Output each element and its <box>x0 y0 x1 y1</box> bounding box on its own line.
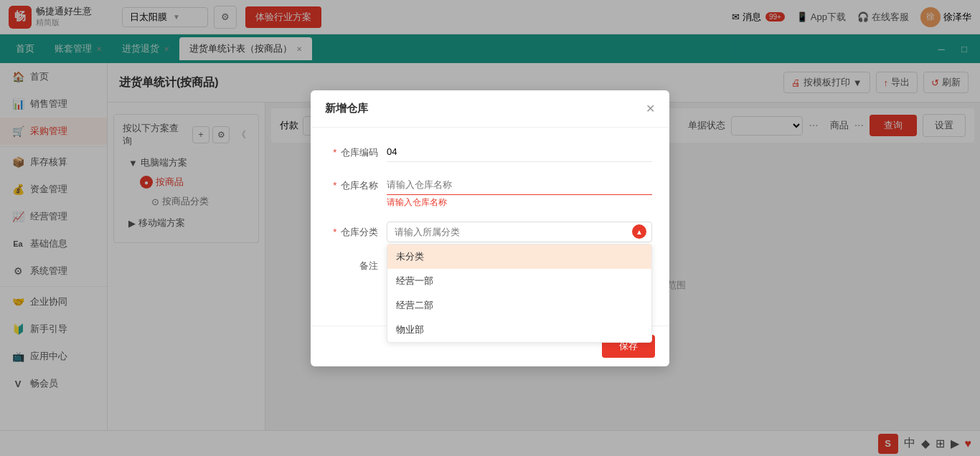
name-input-wrapper: 请输入仓库名称 <box>387 175 652 209</box>
name-input[interactable] <box>387 175 652 195</box>
modal-title: 新增仓库 <box>325 102 368 115</box>
category-select-wrapper: ▲ 未分类 经营一部 经营二部 物业部 <box>387 222 652 242</box>
name-form-row: * 仓库名称 请输入仓库名称 <box>328 175 652 209</box>
dropdown-item-uncategorized[interactable]: 未分类 <box>387 244 651 269</box>
code-form-row: * 仓库编码 <box>328 142 652 162</box>
category-input[interactable] <box>387 222 652 242</box>
note-label: 备注 <box>328 255 378 272</box>
dropdown-item-dept2[interactable]: 经营二部 <box>387 293 651 318</box>
name-label: * 仓库名称 <box>328 175 378 192</box>
dropdown-item-property[interactable]: 物业部 <box>387 318 651 342</box>
required-star: * <box>333 147 336 158</box>
code-label: * 仓库编码 <box>328 142 378 159</box>
dropdown-item-dept1[interactable]: 经营一部 <box>387 269 651 293</box>
required-star2: * <box>333 180 336 191</box>
code-input[interactable] <box>387 142 652 162</box>
add-warehouse-modal: 新增仓库 ✕ * 仓库编码 * 仓库名称 <box>311 90 669 366</box>
category-form-row: * 仓库分类 ▲ 未分类 经营一部 经营二部 物业部 <box>328 222 652 242</box>
modal-overlay: 新增仓库 ✕ * 仓库编码 * 仓库名称 <box>0 0 980 456</box>
category-dropdown-toggle[interactable]: ▲ <box>632 224 646 239</box>
category-label: * 仓库分类 <box>328 222 378 239</box>
modal-body: * 仓库编码 * 仓库名称 请输入仓库名称 <box>311 128 669 326</box>
required-star3: * <box>333 227 336 237</box>
category-dropdown-list: 未分类 经营一部 经营二部 物业部 <box>387 244 652 343</box>
name-error-text: 请输入仓库名称 <box>387 196 652 209</box>
code-input-wrapper <box>387 142 652 162</box>
modal-header: 新增仓库 ✕ <box>311 90 669 128</box>
modal-close-button[interactable]: ✕ <box>646 102 655 115</box>
